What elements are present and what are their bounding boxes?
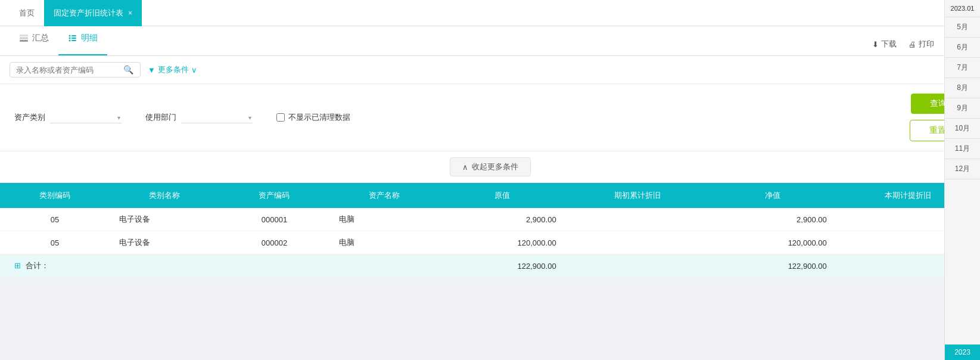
download-label: 下载	[881, 39, 897, 49]
cell-total-original-value: 122,900.00	[439, 255, 566, 278]
filter-icon: ▼	[148, 66, 155, 75]
cell-asset-name: 电脑	[329, 231, 439, 255]
total-icon: ⊞	[14, 261, 21, 270]
asset-category-select-wrap: ▾	[50, 111, 122, 123]
sub-tabs-bar: 汇总 明细 ⬇ 下载 🖨 打印 ↻ 刷新	[0, 26, 980, 56]
active-tab-label: 固定资产折旧统计表	[54, 8, 123, 18]
right-panel-month-7[interactable]: 7月	[945, 58, 980, 78]
layers-icon	[19, 33, 29, 43]
use-department-select[interactable]	[181, 111, 253, 123]
home-tab[interactable]: 首页	[10, 8, 44, 18]
cell-net-value: 2,900.00	[710, 208, 836, 231]
search-input[interactable]	[16, 66, 123, 75]
cell-original-value: 120,000.00	[439, 231, 566, 255]
tab-summary[interactable]: 汇总	[10, 26, 58, 55]
asset-category-label: 资产类别	[14, 112, 45, 123]
table-total-row: ⊞ 合计： 122,900.00 122,900.00	[0, 255, 980, 278]
print-label: 打印	[919, 39, 934, 49]
top-nav: 首页 固定资产折旧统计表 × ✕	[0, 0, 980, 26]
cell-accumulated-depreciation	[566, 231, 710, 255]
filter-more-button[interactable]: ▼ 更多条件 ∨	[148, 64, 197, 75]
cell-total-empty2	[329, 255, 439, 278]
cell-total-empty1	[219, 255, 329, 278]
svg-point-3	[69, 35, 71, 36]
col-header-category-name: 类别名称	[110, 183, 219, 208]
right-panel-month-12[interactable]: 12月	[945, 159, 980, 179]
table-row: 05 电子设备 000001 电脑 2,900.00 2,900.00	[0, 208, 980, 231]
search-input-wrap: 🔍	[10, 62, 141, 77]
cell-accumulated-depreciation	[566, 208, 710, 231]
cell-total-label: ⊞ 合计：	[0, 255, 219, 278]
col-header-category-code: 类别编码	[0, 183, 110, 208]
cell-category-name: 电子设备	[110, 208, 219, 231]
tab-summary-label: 汇总	[32, 33, 49, 44]
table-header-row: 类别编码 类别名称 资产编码 资产名称 原值 期初累计折旧 净值 本期计提折旧	[0, 183, 980, 208]
collapse-label: 收起更多条件	[472, 162, 518, 172]
right-panel-month-9[interactable]: 9月	[945, 98, 980, 119]
cell-net-value: 120,000.00	[710, 231, 836, 255]
filter-section: 资产类别 ▾ 使用部门 ▾ 不显示已清理数据 查询 重置	[0, 84, 980, 151]
filter-row: 资产类别 ▾ 使用部门 ▾ 不显示已清理数据 查询 重置	[14, 94, 966, 141]
col-header-asset-code: 资产编码	[219, 183, 329, 208]
collapse-up-icon: ∧	[462, 163, 468, 172]
use-department-label: 使用部门	[145, 112, 176, 123]
data-table-container: 类别编码 类别名称 资产编码 资产名称 原值 期初累计折旧 净值 本期计提折旧 …	[0, 183, 980, 278]
svg-rect-2	[20, 35, 28, 36]
right-panel-date[interactable]: 2023.01	[945, 0, 980, 17]
asset-category-field: 资产类别 ▾	[14, 111, 122, 123]
col-header-net-value: 净值	[710, 183, 836, 208]
col-header-accumulated-depreciation: 期初累计折旧	[566, 183, 710, 208]
asset-category-select[interactable]	[50, 111, 122, 123]
filter-more-label: 更多条件	[158, 64, 189, 75]
tab-detail-label: 明细	[81, 33, 98, 44]
hide-cleared-checkbox[interactable]	[276, 113, 285, 122]
cell-asset-code: 000002	[219, 231, 329, 255]
col-header-asset-name: 资产名称	[329, 183, 439, 208]
right-panel-month-6[interactable]: 6月	[945, 38, 980, 58]
cell-asset-name: 电脑	[329, 208, 439, 231]
svg-rect-6	[71, 38, 76, 39]
active-tab[interactable]: 固定资产折旧统计表 ×	[44, 0, 142, 26]
right-panel-year[interactable]: 2023	[945, 345, 980, 360]
svg-rect-4	[71, 35, 76, 36]
search-icon[interactable]: 🔍	[123, 65, 133, 75]
tab-close-icon[interactable]: ×	[128, 9, 132, 17]
col-header-original-value: 原值	[439, 183, 566, 208]
cell-category-code: 05	[0, 208, 110, 231]
print-button[interactable]: 🖨 打印	[909, 39, 934, 49]
hide-cleared-field: 不显示已清理数据	[276, 112, 350, 123]
cell-total-net-value: 122,900.00	[710, 255, 836, 278]
use-department-field: 使用部门 ▾	[145, 111, 253, 123]
collapse-row: ∧ 收起更多条件	[0, 151, 980, 183]
svg-point-7	[69, 39, 71, 41]
download-icon: ⬇	[872, 40, 879, 49]
right-panel-month-8[interactable]: 8月	[945, 78, 980, 98]
download-button[interactable]: ⬇ 下载	[872, 39, 897, 49]
search-bar: 🔍 ▼ 更多条件 ∨ ›	[0, 56, 980, 84]
table-row: 05 电子设备 000002 电脑 120,000.00 120,000.00	[0, 231, 980, 255]
chevron-down-icon: ∨	[191, 66, 197, 75]
svg-rect-0	[20, 40, 28, 42]
svg-rect-1	[20, 37, 28, 39]
cell-asset-code: 000001	[219, 208, 329, 231]
use-department-select-wrap: ▾	[181, 111, 253, 123]
collapse-button[interactable]: ∧ 收起更多条件	[450, 157, 531, 176]
right-panel-month-11[interactable]: 11月	[945, 139, 980, 159]
data-table: 类别编码 类别名称 资产编码 资产名称 原值 期初累计折旧 净值 本期计提折旧 …	[0, 183, 980, 278]
print-icon: 🖨	[909, 40, 916, 49]
right-panel-month-10[interactable]: 10月	[945, 119, 980, 139]
cell-original-value: 2,900.00	[439, 208, 566, 231]
list-icon	[68, 33, 77, 43]
right-panel-month-5[interactable]: 5月	[945, 17, 980, 38]
tab-detail[interactable]: 明细	[58, 26, 107, 55]
hide-cleared-label: 不显示已清理数据	[288, 112, 350, 123]
right-panel: 2023.01 5月 6月 7月 8月 9月 10月 11月 12月 2023	[944, 0, 980, 360]
cell-category-code: 05	[0, 231, 110, 255]
svg-point-5	[69, 37, 71, 39]
svg-rect-8	[71, 40, 76, 41]
cell-total-accumulated-depreciation	[566, 255, 710, 278]
cell-category-name: 电子设备	[110, 231, 219, 255]
